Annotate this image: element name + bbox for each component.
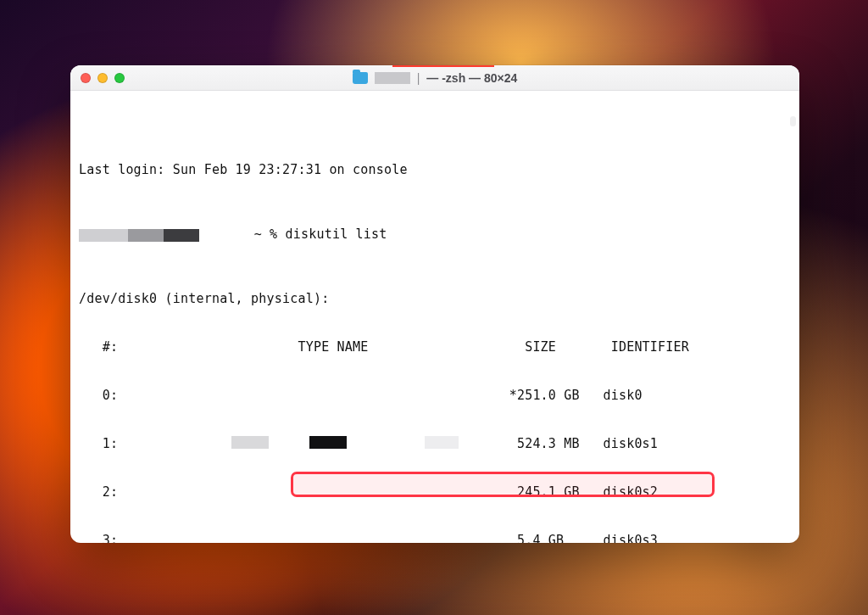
last-login-line: Last login: Sun Feb 19 23:27:31 on conso… — [79, 162, 791, 178]
close-button[interactable] — [81, 73, 91, 83]
traffic-lights — [81, 73, 125, 83]
prompt-line-1: ~ % diskutil list — [79, 226, 791, 243]
terminal-content[interactable]: Last login: Sun Feb 19 23:27:31 on conso… — [70, 91, 799, 543]
table-row: 2: 245.1 GB disk0s2 — [79, 484, 791, 500]
prompt-1-text: ~ % diskutil list — [254, 226, 387, 242]
table-row: 1: 524.3 MB disk0s1 — [79, 436, 791, 452]
title-redacted-user — [375, 72, 410, 84]
table-row: 3: 5.4 GB disk0s3 — [79, 533, 791, 543]
scrollbar[interactable] — [790, 116, 796, 126]
titlebar-recording-indicator — [392, 65, 494, 67]
redacted-block — [79, 229, 128, 242]
minimize-button[interactable] — [97, 73, 108, 83]
table-row: 0: *251.0 GB disk0 — [79, 388, 791, 404]
folder-icon — [353, 72, 368, 84]
disk0-header: /dev/disk0 (internal, physical): — [79, 291, 791, 307]
redacted-block — [231, 436, 269, 449]
redacted-block — [128, 229, 164, 242]
window-title: | — -zsh — 80×24 — [353, 71, 518, 85]
redacted-block — [425, 436, 459, 449]
titlebar[interactable]: | — -zsh — 80×24 — [70, 65, 799, 91]
redacted-block — [164, 229, 199, 242]
column-header: #: TYPE NAME SIZE IDENTIFIER — [79, 339, 791, 355]
title-divider-icon: | — [417, 71, 420, 85]
terminal-window: | — -zsh — 80×24 Last login: Sun Feb 19 … — [70, 65, 799, 543]
title-text: — -zsh — 80×24 — [426, 71, 517, 85]
redacted-block — [309, 436, 347, 449]
zoom-button[interactable] — [114, 73, 125, 83]
